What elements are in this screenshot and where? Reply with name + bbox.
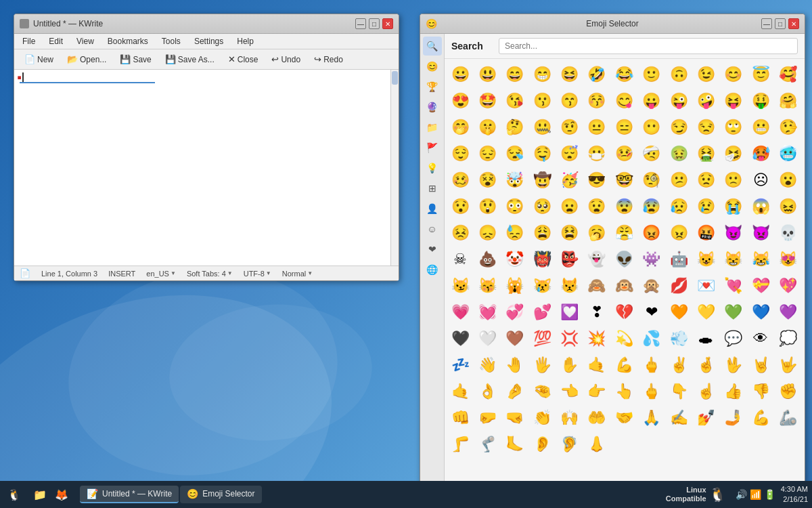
taskbar-files-icon[interactable]: 📁 xyxy=(30,484,50,505)
emoji-cell[interactable]: 😿 xyxy=(529,273,555,299)
save-button[interactable]: 💾 Save xyxy=(115,51,156,67)
emoji-cell[interactable]: 😟 xyxy=(693,167,719,193)
emoji-cell[interactable]: 💓 xyxy=(474,299,500,325)
emoji-cell[interactable]: 🖐 xyxy=(529,352,555,378)
emoji-cell[interactable]: 😹 xyxy=(748,247,773,272)
emoji-cell[interactable]: 😢 xyxy=(693,194,719,219)
menu-bookmarks[interactable]: Bookmarks xyxy=(105,35,151,47)
taskbar-browser-icon[interactable]: 🦊 xyxy=(51,484,72,505)
emoji-cell[interactable]: 🤡 xyxy=(502,247,528,272)
editor-scrollbar[interactable] xyxy=(390,70,399,266)
emoji-cell[interactable]: 😍 xyxy=(447,88,473,114)
emoji-close-button[interactable]: ✕ xyxy=(788,18,799,29)
emoji-cell[interactable]: 🤓 xyxy=(611,167,637,193)
emoji-cell[interactable]: 👹 xyxy=(529,247,555,272)
emoji-cell[interactable]: 🤕 xyxy=(639,141,664,167)
emoji-cell[interactable]: 🙈 xyxy=(584,273,610,299)
emoji-cell[interactable]: 👏 xyxy=(529,405,555,431)
taskbar-clock[interactable]: 4:30 AM 2/16/21 xyxy=(781,484,808,505)
emoji-cell[interactable]: 👌 xyxy=(474,379,500,404)
emoji-cell[interactable]: 😫 xyxy=(557,220,583,246)
kwrite-maximize-button[interactable]: □ xyxy=(369,18,380,29)
emoji-cell[interactable]: 😀 xyxy=(447,62,473,87)
emoji-cell[interactable]: 👾 xyxy=(639,247,664,272)
emoji-cell[interactable]: 😘 xyxy=(502,88,528,114)
view-dropdown[interactable]: Normal ▼ xyxy=(282,270,313,278)
sidebar-activities-button[interactable]: 🏆 xyxy=(423,77,442,96)
emoji-cell[interactable]: 🤠 xyxy=(529,167,555,193)
sidebar-flags-button[interactable]: 🚩 xyxy=(423,138,442,157)
emoji-cell[interactable]: 😱 xyxy=(748,194,773,219)
emoji-cell[interactable]: 💞 xyxy=(502,299,528,325)
emoji-cell[interactable]: 👉 xyxy=(584,379,610,404)
network-icon[interactable]: 🔊 xyxy=(736,489,747,500)
emoji-cell[interactable]: 😺 xyxy=(693,247,719,272)
sidebar-search-button[interactable]: 🔍 xyxy=(423,37,442,56)
emoji-cell[interactable]: 💟 xyxy=(557,299,583,325)
emoji-cell[interactable]: 💦 xyxy=(639,326,664,352)
emoji-cell[interactable]: 💖 xyxy=(775,273,801,299)
emoji-cell[interactable]: 🦵 xyxy=(447,431,473,457)
emoji-cell[interactable]: 💌 xyxy=(693,273,719,299)
emoji-cell[interactable]: 🤐 xyxy=(529,114,555,140)
emoji-cell[interactable]: 😳 xyxy=(502,194,528,219)
emoji-cell[interactable]: ✋ xyxy=(557,352,583,378)
emoji-cell[interactable]: 🤧 xyxy=(721,141,746,167)
emoji-cell[interactable]: 🧡 xyxy=(666,299,692,325)
emoji-cell[interactable]: 🤒 xyxy=(611,141,637,167)
emoji-cell[interactable]: 💨 xyxy=(666,326,692,352)
menu-tools[interactable]: Tools xyxy=(159,35,183,47)
emoji-cell[interactable]: 😄 xyxy=(502,62,528,87)
emoji-cell[interactable]: 👂 xyxy=(529,431,555,457)
emoji-cell[interactable]: 💀 xyxy=(775,220,801,246)
redo-button[interactable]: ↪ Redo xyxy=(309,51,348,67)
undo-button[interactable]: ↩ Undo xyxy=(267,51,305,67)
emoji-cell[interactable]: 🤪 xyxy=(693,88,719,114)
emoji-cell[interactable]: 💯 xyxy=(529,326,555,352)
emoji-cell[interactable]: 🙄 xyxy=(721,114,746,140)
taskbar-kwrite-app[interactable]: 📝 Untitled * — KWrite xyxy=(80,486,179,503)
emoji-cell[interactable]: 🤭 xyxy=(447,114,473,140)
new-button[interactable]: 📄 New xyxy=(20,51,58,67)
emoji-cell[interactable]: 🦶 xyxy=(502,431,528,457)
emoji-cell[interactable]: 👺 xyxy=(557,247,583,272)
emoji-cell[interactable]: 💚 xyxy=(721,299,746,325)
emoji-cell[interactable]: 🥱 xyxy=(584,220,610,246)
menu-help[interactable]: Help xyxy=(234,35,256,47)
emoji-cell[interactable]: 😇 xyxy=(748,62,773,87)
emoji-cell[interactable]: 💋 xyxy=(666,273,692,299)
emoji-grid-container[interactable]: 😀😃😄😁😆🤣😂🙂🙃😉😊😇🥰😍🤩😘😗😙😚😋😛😜🤪😝🤑🤗🤭🤫🤔🤐🤨😐😑😶😏😒🙄😬🤥😌… xyxy=(445,59,805,487)
close-button[interactable]: ✕ Close xyxy=(223,51,263,67)
emoji-cell[interactable]: 😚 xyxy=(584,88,610,114)
emoji-cell[interactable]: 👻 xyxy=(584,247,610,272)
emoji-cell[interactable]: 🥶 xyxy=(775,141,801,167)
emoji-cell[interactable]: 💘 xyxy=(721,273,746,299)
emoji-cell[interactable]: 🦻 xyxy=(557,431,583,457)
emoji-cell[interactable]: 🤬 xyxy=(693,220,719,246)
emoji-cell[interactable]: 🙉 xyxy=(611,273,637,299)
emoji-cell[interactable]: 🤣 xyxy=(584,62,610,87)
emoji-cell[interactable]: 😽 xyxy=(474,273,500,299)
emoji-cell[interactable]: 🖕 xyxy=(639,352,664,378)
emoji-cell[interactable]: 🥳 xyxy=(557,167,583,193)
emoji-cell[interactable]: 🦿 xyxy=(474,431,500,457)
emoji-cell[interactable]: 👍 xyxy=(721,379,746,404)
emoji-cell[interactable]: 😁 xyxy=(529,62,555,87)
emoji-cell[interactable]: 💙 xyxy=(748,299,773,325)
emoji-cell[interactable]: 💪 xyxy=(611,352,637,378)
emoji-cell[interactable]: 👇 xyxy=(666,379,692,404)
emoji-cell[interactable]: 🤘 xyxy=(748,352,773,378)
volume-icon[interactable]: 📶 xyxy=(750,489,761,500)
emoji-maximize-button[interactable]: □ xyxy=(775,18,786,29)
emoji-cell[interactable]: 💩 xyxy=(474,247,500,272)
emoji-cell[interactable]: 😈 xyxy=(721,220,746,246)
emoji-cell[interactable]: 🕳 xyxy=(693,326,719,352)
taskbar-emoji-app[interactable]: 😊 Emoji Selector xyxy=(180,486,261,503)
emoji-cell[interactable]: 🥰 xyxy=(775,62,801,87)
emoji-cell[interactable]: ✊ xyxy=(775,379,801,404)
emoji-cell[interactable]: 🤍 xyxy=(474,326,500,352)
emoji-cell[interactable]: 💭 xyxy=(775,326,801,352)
emoji-cell[interactable]: 👁 xyxy=(748,326,773,352)
emoji-cell[interactable]: 😔 xyxy=(474,141,500,167)
emoji-cell[interactable]: 🤢 xyxy=(666,141,692,167)
